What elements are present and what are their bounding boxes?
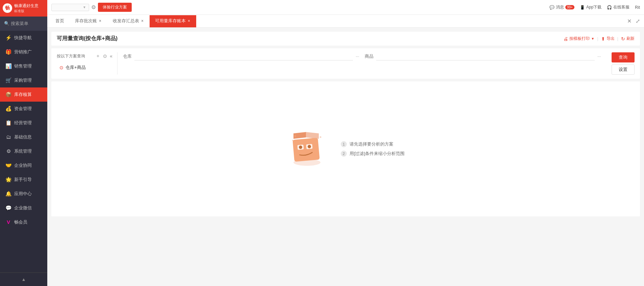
goods-more-button[interactable]: ··· [597, 54, 601, 59]
goods-label: 商品 [365, 53, 373, 59]
wechat-icon: 💬 [5, 205, 11, 211]
svg-point-10 [319, 136, 321, 138]
tab-batch[interactable]: 库存批次账 × [70, 15, 107, 27]
sidebar-item-enterprise[interactable]: 🤝 企业协同 [0, 158, 47, 173]
app-logo: 畅 [3, 3, 12, 13]
action-buttons: 查询 设置 [612, 52, 635, 75]
sidebar-item-guide[interactable]: 🌟 新手引导 [0, 173, 47, 187]
filter-scheme-header: 按以下方案查询 ＋ ⊙ « [57, 52, 113, 60]
svg-marker-3 [306, 132, 319, 139]
user-menu[interactable]: Rit [635, 5, 640, 10]
filter-scheme-panel: 按以下方案查询 ＋ ⊙ « ⊙ 仓库+商品 [57, 52, 118, 75]
tip-number-1: 1 [341, 141, 347, 147]
svg-point-8 [294, 135, 296, 137]
app-title: 畅康通好生意 标准版 [14, 3, 38, 13]
page-header-actions: 🖨 按模板打印 ▼ | ⬆ 导出 | ↻ 刷新 [563, 36, 635, 42]
query-button[interactable]: 查询 [612, 52, 635, 62]
warehouse-label: 仓库 [123, 53, 132, 59]
basic-icon: 🗂 [5, 134, 11, 140]
sidebar-scroll-up[interactable]: ▲ [3, 276, 45, 283]
svg-rect-1 [292, 138, 319, 162]
tab-maximize-action[interactable]: ⤢ [634, 17, 641, 26]
sidebar-bottom: ▲ [0, 272, 47, 286]
topbar-right: 💬 消息 99+ 📱 App下载 🎧 在线客服 Rit [549, 4, 640, 10]
sidebar-nav: ⚡ 快捷导航 🎁 营销推广 📊 销售管理 🛒 采购管理 📦 库存核算 💰 资金管… [0, 31, 47, 272]
settings-button[interactable]: 设置 [612, 64, 635, 75]
sidebar-item-business[interactable]: 📋 经营管理 [0, 116, 47, 130]
filter-fields: 仓库 ··· 商品 ··· [123, 52, 601, 75]
headset-icon: 🎧 [607, 5, 612, 10]
sidebar-item-apps[interactable]: 🔔 应用中心 [0, 187, 47, 201]
sidebar-header: 畅 畅康通好生意 标准版 [0, 0, 47, 17]
add-scheme-button[interactable]: ＋ [95, 52, 101, 60]
member-icon: V [5, 219, 11, 225]
print-button[interactable]: 🖨 按模板打印 ▼ [563, 36, 594, 42]
goods-field: 商品 ··· [365, 52, 601, 60]
sidebar-item-basic[interactable]: 🗂 基础信息 [0, 130, 47, 144]
app-download-button[interactable]: 📱 App下载 [580, 4, 601, 10]
header-divider2: | [617, 36, 618, 41]
empty-illustration [287, 129, 327, 169]
sidebar-item-marketing[interactable]: 🎁 营销推广 [0, 45, 47, 59]
tab-summary-close[interactable]: × [140, 19, 144, 23]
page-header: 可用量查询(按仓库+商品) 🖨 按模板打印 ▼ | ⬆ 导出 | ↻ 刷新 [51, 32, 640, 46]
tip-item-1: 1 请先选择要分析的方案 [341, 141, 405, 147]
empty-content: 1 请先选择要分析的方案 2 用[过滤]条件来缩小分析范围 [287, 129, 405, 169]
tab-available[interactable]: 可用量库存账本 × [150, 15, 196, 27]
tab-available-close[interactable]: × [187, 19, 191, 23]
sidebar-item-member[interactable]: V 畅会员 [0, 215, 47, 229]
topbar-search-input[interactable] [54, 5, 81, 10]
refresh-icon: ↻ [621, 36, 625, 42]
quicknav-icon: ⚡ [5, 35, 11, 41]
tab-home[interactable]: 首页 [50, 15, 70, 27]
online-service-button[interactable]: 🎧 在线客服 [607, 4, 629, 10]
sidebar-item-system[interactable]: ⚙ 系统管理 [0, 144, 47, 158]
scheme-item-warehouse-goods[interactable]: ⊙ 仓库+商品 [57, 62, 113, 73]
goods-input[interactable] [376, 52, 595, 60]
tab-batch-close[interactable]: × [98, 19, 102, 23]
finance-icon: 💰 [5, 106, 11, 112]
sidebar-item-purchase[interactable]: 🛒 采购管理 [0, 73, 47, 87]
header-divider: | [597, 36, 598, 41]
sidebar-search-area[interactable]: 🔍 搜索菜单 [0, 17, 47, 31]
page-content: 可用量查询(按仓库+商品) 🖨 按模板打印 ▼ | ⬆ 导出 | ↻ 刷新 [47, 28, 644, 286]
system-icon: ⚙ [5, 148, 11, 154]
inventory-icon: 📦 [5, 92, 11, 98]
gear-button[interactable]: ⚙ [91, 4, 96, 10]
search-menu-button[interactable]: 🔍 搜索菜单 [3, 19, 45, 28]
collapse-scheme-button[interactable]: « [109, 53, 113, 59]
svg-point-9 [292, 140, 293, 141]
refresh-button[interactable]: ↻ 刷新 [621, 36, 635, 42]
filter-section: 按以下方案查询 ＋ ⊙ « ⊙ 仓库+商品 仓库 [51, 48, 640, 79]
search-icon: 🔍 [4, 21, 9, 26]
filter-row: 仓库 ··· 商品 ··· [123, 52, 601, 60]
dropdown-icon: ▼ [83, 5, 86, 9]
warehouse-more-button[interactable]: ··· [356, 54, 359, 59]
tip-number-2: 2 [341, 151, 347, 157]
edit-scheme-button[interactable]: ⊙ [102, 53, 108, 59]
marketing-icon: 🎁 [5, 49, 11, 55]
sidebar-item-inventory[interactable]: 📦 库存核算 [0, 87, 47, 102]
warehouse-field: 仓库 ··· [123, 52, 359, 60]
phone-icon: 📱 [580, 5, 585, 10]
sidebar-item-quicknav[interactable]: ⚡ 快捷导航 [0, 31, 47, 45]
filter-scheme-actions: ＋ ⊙ « [95, 52, 113, 60]
tab-summary[interactable]: 收发存汇总表 × [107, 15, 150, 27]
apps-icon: 🔔 [5, 191, 11, 197]
export-button[interactable]: ⬆ 导出 [601, 36, 615, 42]
sidebar-item-sales[interactable]: 📊 销售管理 [0, 59, 47, 73]
sidebar: 畅 畅康通好生意 标准版 🔍 搜索菜单 ⚡ 快捷导航 🎁 营销推广 📊 销售管理… [0, 0, 47, 286]
sidebar-item-finance[interactable]: 💰 资金管理 [0, 102, 47, 116]
warehouse-input[interactable] [134, 52, 353, 60]
topbar-search-area[interactable]: ▼ [51, 4, 89, 11]
page-title: 可用量查询(按仓库+商品) [57, 35, 118, 42]
tabs-actions: ✕ ⤢ [626, 17, 641, 26]
enterprise-icon: 🤝 [5, 162, 11, 168]
message-button[interactable]: 💬 消息 99+ [549, 4, 574, 10]
industry-button[interactable]: 体验行业方案 [98, 3, 132, 12]
sidebar-item-wechat[interactable]: 💬 企业微信 [0, 201, 47, 215]
tab-close-action[interactable]: ✕ [626, 17, 633, 26]
chevron-down-icon: ▼ [591, 37, 594, 41]
filter-scheme-title: 按以下方案查询 [57, 53, 85, 59]
tabs-bar: 首页 库存批次账 × 收发存汇总表 × 可用量库存账本 × ✕ ⤢ [47, 15, 644, 28]
